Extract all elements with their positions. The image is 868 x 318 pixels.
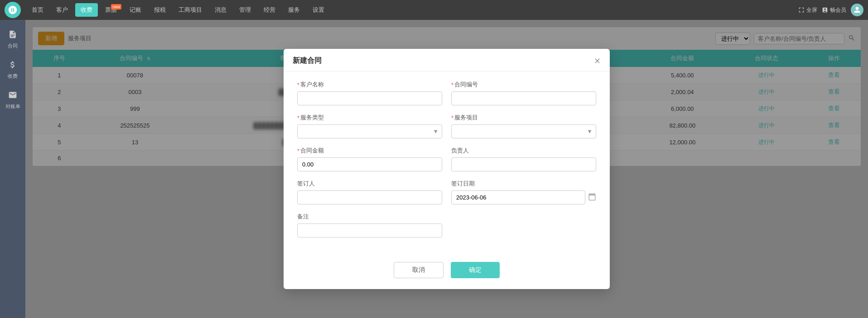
fullscreen-button[interactable]: 全屏: [798, 6, 817, 14]
form-row-4: 签订人 签订日期 2023-06-06: [297, 180, 596, 204]
top-navigation: 首页 客户 收费 票据 new 记账 报税 工商项目 消息 管理 经营 服务 设…: [0, 0, 868, 20]
signer-input[interactable]: [297, 190, 442, 204]
form-row-2: * 服务类型 ▼ * 服务项目: [297, 114, 596, 138]
modal-title: 新建合同: [293, 56, 322, 66]
nav-bookkeeping[interactable]: 记账: [124, 3, 147, 17]
cancel-button[interactable]: 取消: [394, 262, 444, 278]
sidebar: 合同 收费 对账单: [0, 20, 25, 318]
service-type-select[interactable]: [297, 124, 442, 138]
contract-icon: [6, 28, 19, 41]
responsible-label: 负责人: [451, 147, 596, 155]
field-customer-name: * 客户名称: [297, 81, 442, 105]
sidebar-contract-label: 合同: [8, 43, 18, 49]
service-item-wrapper: ▼: [451, 124, 596, 138]
modal-close-button[interactable]: ✕: [594, 57, 601, 65]
field-note: 备注: [297, 213, 442, 237]
sidebar-item-fee[interactable]: 收费: [0, 55, 25, 83]
nav-fee[interactable]: 收费: [75, 3, 98, 17]
new-contract-modal: 新建合同 ✕ * 客户名称: [284, 49, 610, 289]
note-label: 备注: [297, 213, 442, 221]
amount-label: * 合同金额: [297, 147, 442, 155]
member-button[interactable]: 畅会员: [822, 6, 846, 14]
service-type-label: * 服务类型: [297, 114, 442, 122]
sidebar-item-contract[interactable]: 合同: [0, 24, 25, 53]
sidebar-bill-label: 对账单: [5, 103, 20, 110]
customer-name-input[interactable]: [297, 91, 442, 105]
customer-name-label: * 客户名称: [297, 81, 442, 89]
sign-date-input[interactable]: 2023-06-06: [451, 190, 585, 204]
nav-message[interactable]: 消息: [209, 3, 232, 17]
calendar-icon[interactable]: [588, 193, 596, 202]
field-service-item: * 服务项目 ▼: [451, 114, 596, 138]
form-row-1: * 客户名称 * 合同编号: [297, 81, 596, 105]
main-layout: 合同 收费 对账单 新增 服务项目 进行中已完成已终止: [0, 20, 868, 318]
contract-no-input[interactable]: [451, 91, 596, 105]
form-row-3: * 合同金额 0.00 负责人: [297, 147, 596, 171]
field-signer: 签订人: [297, 180, 442, 204]
field-sign-date: 签订日期 2023-06-06: [451, 180, 596, 204]
nav-manage[interactable]: 管理: [234, 3, 256, 17]
contract-no-label: * 合同编号: [451, 81, 596, 89]
sidebar-fee-label: 收费: [8, 73, 18, 80]
service-item-label: * 服务项目: [451, 114, 596, 122]
nav-home[interactable]: 首页: [26, 3, 49, 17]
signer-label: 签订人: [297, 180, 442, 188]
nav-settings[interactable]: 设置: [307, 3, 330, 17]
field-contract-no: * 合同编号: [451, 81, 596, 105]
nav-business[interactable]: 工商项目: [173, 3, 207, 17]
field-amount: * 合同金额 0.00: [297, 147, 442, 171]
sidebar-item-bill[interactable]: 对账单: [0, 85, 25, 114]
nav-customer[interactable]: 客户: [51, 3, 73, 17]
fee-icon: [6, 58, 19, 71]
nav-invoice[interactable]: 票据 new: [100, 3, 122, 17]
service-item-select[interactable]: [451, 124, 596, 138]
confirm-button[interactable]: 确定: [451, 262, 500, 278]
new-badge: new: [111, 4, 121, 9]
nav-right-area: 全屏 畅会员: [798, 4, 863, 16]
modal-overlay: 新建合同 ✕ * 客户名称: [25, 20, 868, 318]
nav-tax[interactable]: 报税: [149, 3, 171, 17]
amount-input[interactable]: 0.00: [297, 157, 442, 171]
nav-menu: 首页 客户 收费 票据 new 记账 报税 工商项目 消息 管理 经营 服务 设…: [26, 3, 798, 17]
app-logo: [5, 2, 21, 18]
field-responsible: 负责人: [451, 147, 596, 171]
form-row-5: 备注: [297, 213, 596, 237]
modal-header: 新建合同 ✕: [284, 49, 610, 71]
content-area: 新增 服务项目 进行中已完成已终止 序号 合同编号 ⇅ 客户名称 ⇅: [25, 20, 868, 318]
modal-body: * 客户名称 * 合同编号: [284, 71, 610, 255]
user-avatar[interactable]: [851, 4, 863, 16]
sign-date-label: 签订日期: [451, 180, 596, 188]
bill-icon: [6, 89, 19, 101]
service-type-wrapper: ▼: [297, 124, 442, 138]
nav-operation[interactable]: 经营: [258, 3, 281, 17]
field-service-type: * 服务类型 ▼: [297, 114, 442, 138]
sign-date-wrapper: 2023-06-06: [451, 190, 596, 204]
modal-footer: 取消 确定: [284, 255, 610, 289]
note-input[interactable]: [297, 223, 442, 237]
responsible-input[interactable]: [451, 157, 596, 171]
nav-service[interactable]: 服务: [283, 3, 305, 17]
